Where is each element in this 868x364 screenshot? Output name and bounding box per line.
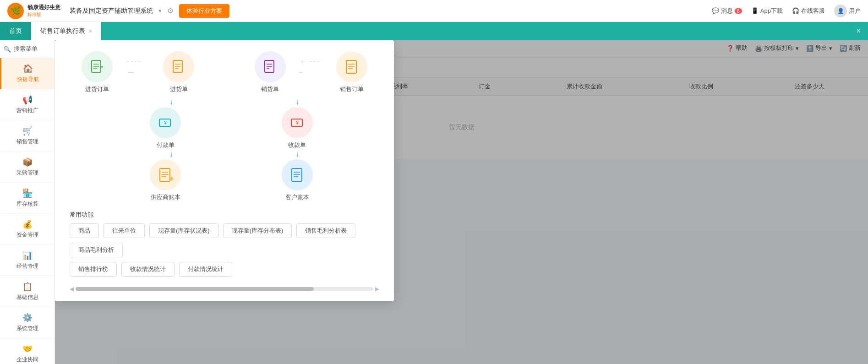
arrow-sb-to-receipt: ↓ [295, 98, 299, 106]
tab-bar: 首页 销售订单执行表 × × [0, 22, 868, 40]
flow-node-purchase-bill[interactable]: 进货单 [151, 51, 206, 93]
message-icon: 💬 [712, 7, 719, 14]
operation-icon: 📊 [22, 250, 33, 261]
flow-section: 进货订单 - - - - → [70, 51, 379, 201]
sidebar: 🔍 搜索菜单 🏠 快捷导航 📢 营销推广 🛒 销售管理 📦 采购管理 🏪 库存核… [0, 40, 55, 364]
modal-overlay: 进货订单 - - - - → [55, 40, 868, 364]
tab-sales-order[interactable]: 销售订单执行表 × [31, 22, 101, 40]
func-btn-stock-dist[interactable]: 现存量(库存分布表) [223, 223, 292, 238]
supplier-ledger-icon: 本 [150, 159, 181, 190]
scroll-left-icon[interactable]: ◀ [70, 286, 74, 292]
arrow-so-to-sb: ← - - - - [298, 56, 325, 77]
user-action[interactable]: 👤 用户 [834, 5, 861, 17]
svg-rect-19 [346, 60, 356, 73]
marketing-icon: 📢 [22, 95, 33, 105]
func-btn-contact[interactable]: 往来单位 [104, 223, 145, 238]
system-icon: ⚙️ [22, 313, 33, 323]
message-badge: 6 [735, 8, 742, 14]
svg-text:¥: ¥ [164, 120, 167, 125]
cooperation-icon: 🤝 [22, 344, 33, 354]
scrollbar-thumb [76, 287, 314, 291]
message-action[interactable]: 💬 消息 6 [712, 7, 742, 15]
sales-icon: 🛒 [22, 126, 33, 136]
avatar: 👤 [834, 5, 847, 17]
customer-ledger-icon [282, 159, 313, 190]
experience-button[interactable]: 体验行业方案 [179, 4, 229, 18]
svg-text:¥: ¥ [295, 120, 299, 125]
system-title: 装备及固定资产辅助管理系统 [70, 7, 153, 15]
logo-text: 畅康通好生意 标准版 [27, 4, 60, 18]
dropdown-arrow-icon[interactable]: ▾ [158, 7, 162, 14]
common-func-title: 常用功能 [70, 211, 379, 219]
sales-order-icon [336, 51, 367, 82]
tab-close-icon[interactable]: × [89, 28, 92, 34]
sidebar-item-quick-nav[interactable]: 🏠 快捷导航 [0, 58, 55, 89]
app-download-action[interactable]: 📱 App下载 [751, 7, 783, 15]
svg-rect-10 [160, 168, 170, 181]
basic-info-icon: 📋 [22, 282, 33, 292]
func-btn-payment-stat[interactable]: 付款情况统计 [179, 262, 232, 277]
sidebar-item-marketing[interactable]: 📢 营销推广 [0, 89, 55, 120]
sidebar-item-basic-info[interactable]: 📋 基础信息 [0, 276, 55, 307]
home-icon: 🏠 [23, 64, 33, 74]
search-icon: 🔍 [4, 46, 11, 53]
modal-scrollbar: ◀ ▶ [70, 286, 379, 292]
func-btn-sales-rank[interactable]: 销售排行榜 [70, 262, 117, 277]
tab-home[interactable]: 首页 [0, 22, 31, 40]
purchase-order-icon [82, 51, 113, 82]
top-header: 🌿 畅康通好生意 标准版 装备及固定资产辅助管理系统 ▾ ⚙ 体验行业方案 💬 … [0, 0, 868, 22]
headset-icon: 🎧 [792, 7, 799, 14]
logo-area: 🌿 畅康通好生意 标准版 [7, 3, 62, 19]
func-btn-sales-gross[interactable]: 销售毛利分析表 [296, 223, 355, 238]
sidebar-item-inventory[interactable]: 🏪 库存核算 [0, 183, 55, 214]
modal-box: 进货订单 - - - - → [55, 40, 394, 301]
flow-node-supplier-ledger[interactable]: 本 供应商账本 [138, 159, 193, 201]
flow-node-sales-bill[interactable]: 销货单 [243, 51, 298, 93]
flow-node-receipt-bill[interactable]: ¥ 收款单 [270, 107, 325, 149]
arrow-pay-to-supplier: ↓ [169, 150, 173, 158]
tabbar-close-icon[interactable]: × [857, 27, 861, 35]
sidebar-search[interactable]: 🔍 搜索菜单 [0, 40, 55, 58]
arrow-receipt-to-customer: ↓ [295, 150, 299, 158]
svg-text:本: 本 [169, 176, 174, 181]
scroll-right-icon[interactable]: ▶ [375, 286, 379, 292]
main-layout: 🔍 搜索菜单 🏠 快捷导航 📢 营销推广 🛒 销售管理 📦 采购管理 🏪 库存核… [0, 40, 868, 364]
common-functions-section: 常用功能 商品 往来单位 现存量(库存状况表) 现存量(库存分布表) 销售毛利分… [70, 211, 379, 277]
settings-icon[interactable]: ⚙ [167, 6, 174, 15]
func-btn-goods-gross[interactable]: 商品毛利分析 [70, 243, 123, 257]
header-middle: 装备及固定资产辅助管理系统 ▾ ⚙ 体验行业方案 [62, 4, 712, 18]
logo-icon: 🌿 [7, 3, 24, 19]
receipt-bill-icon: ¥ [282, 107, 313, 138]
sales-bill-icon [255, 51, 286, 82]
flow-node-customer-ledger[interactable]: 客户账本 [270, 159, 325, 201]
purchase-icon: 📦 [22, 157, 33, 167]
sidebar-item-purchase[interactable]: 📦 采购管理 [0, 152, 55, 183]
func-btn-goods[interactable]: 商品 [70, 223, 99, 238]
svg-rect-25 [292, 168, 302, 181]
sidebar-item-operation[interactable]: 📊 经营管理 [0, 245, 55, 276]
online-service-action[interactable]: 🎧 在线客服 [792, 7, 825, 15]
phone-icon: 📱 [751, 7, 759, 14]
sidebar-item-cooperation[interactable]: 🤝 企业协同 [0, 338, 55, 364]
finance-icon: 💰 [22, 219, 33, 229]
header-right: 💬 消息 6 📱 App下载 🎧 在线客服 👤 用户 [712, 5, 861, 17]
func-btn-stock-status[interactable]: 现存量(库存状况表) [149, 223, 218, 238]
sidebar-item-sales[interactable]: 🛒 销售管理 [0, 120, 55, 152]
sidebar-item-finance[interactable]: 💰 资金管理 [0, 214, 55, 245]
sidebar-item-system[interactable]: ⚙️ 系统管理 [0, 307, 55, 338]
flow-node-sales-order[interactable]: 销售订单 [324, 51, 379, 93]
func-buttons-row2: 销售排行榜 收款情况统计 付款情况统计 [70, 262, 379, 277]
content-area: ❓ 帮助 🖨️ 按模板打印 ▾ ⬆️ 导出 ▾ 🔄 刷新 📅 [55, 40, 868, 364]
arrow-po-to-pb: - - - - → [125, 56, 152, 77]
func-btn-receipt-stat[interactable]: 收款情况统计 [121, 262, 175, 277]
purchase-bill-icon [163, 51, 194, 82]
func-buttons: 商品 往来单位 现存量(库存状况表) 现存量(库存分布表) 销售毛利分析表 商品… [70, 223, 379, 257]
payment-bill-icon: ¥ [150, 107, 181, 138]
inventory-icon: 🏪 [22, 188, 33, 198]
flow-node-purchase-order[interactable]: 进货订单 [70, 51, 125, 93]
scrollbar-track[interactable] [76, 287, 373, 291]
arrow-pb-to-pay: ↓ [169, 98, 173, 106]
flow-node-payment-bill[interactable]: ¥ 付款单 [138, 107, 193, 149]
